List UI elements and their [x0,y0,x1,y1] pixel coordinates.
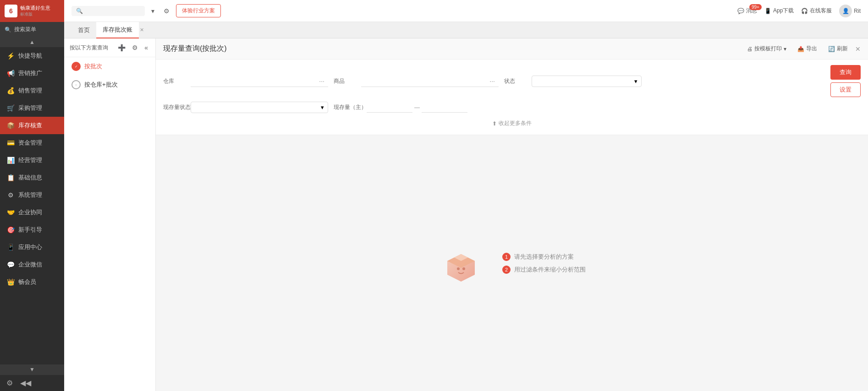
headset-icon: 🎧 [801,8,808,14]
marketing-icon: 📢 [6,69,15,77]
left-panel-actions: ➕ ⚙ « [116,43,150,52]
collapse-panel-btn[interactable]: « [143,43,150,52]
left-panel-title: 按以下方案查询 [70,44,108,52]
stock-qty-max-input[interactable] [422,102,467,113]
export-btn[interactable]: 📤 导出 [794,43,821,54]
collapse-filter-label: 收起更多条件 [499,119,532,127]
stock-qty-dash: — [412,104,422,111]
sidebar-item-label: 畅会员 [18,278,36,286]
quick-nav-icon: ⚡ [6,52,15,60]
tab-home[interactable]: 首页 [71,22,96,38]
warehouse-label: 仓库 [163,77,191,85]
tab-batch[interactable]: 库存批次账 [96,22,139,38]
warehouse-input-box[interactable]: ··· [191,76,328,87]
sidebar-item-purchase[interactable]: 🛒 采购管理 [0,99,64,117]
sidebar-item-label: 系统管理 [18,191,42,199]
warehouse-input[interactable] [194,78,317,84]
close-content-btn[interactable]: ✕ [855,45,861,53]
plan-warehouse-batch-label: 按仓库+批次 [84,81,118,89]
industry-btn[interactable]: 体验行业方案 [176,4,221,17]
svg-point-4 [462,267,465,270]
empty-tip-2: 2 用过滤条件来缩小分析范围 [502,266,586,274]
sidebar-scroll-down[interactable]: ▼ [0,364,64,375]
add-plan-btn[interactable]: ➕ [116,43,127,52]
main-area: 🔍 ▾ ⚙ 体验行业方案 💬 消息 99+ 📱 App下载 🎧 在线客服 [64,0,868,391]
wechat-icon: 💬 [6,261,15,269]
right-content: 现存量查询(按批次) 🖨 按模板打印 ▾ 📤 导出 🔄 刷新 [156,38,868,391]
stock-qty-min-input[interactable] [367,102,412,113]
username-label: Rit [854,8,861,14]
messages-btn[interactable]: 💬 消息 99+ [737,7,757,15]
filter-stock-qty: 现存量（主） — [334,102,499,113]
collapse-filter-btn[interactable]: ⬆ 收起更多条件 [163,118,861,129]
plan-item-batch[interactable]: ✓ 按批次 [64,57,155,76]
stock-qty-label: 现存量（主） [334,103,367,111]
sidebar-item-wechat[interactable]: 💬 企业微信 [0,256,64,273]
purchase-icon: 🛒 [6,104,15,112]
app-download-btn[interactable]: 📱 App下载 [764,7,794,15]
sidebar-item-marketing[interactable]: 📢 营销推广 [0,65,64,82]
user-profile-btn[interactable]: 👤 Rit [839,5,861,17]
query-btn[interactable]: 查询 [830,65,861,80]
sidebar-item-apps[interactable]: 📱 应用中心 [0,239,64,256]
member-icon: 👑 [6,278,15,286]
sidebar-item-member[interactable]: 👑 畅会员 [0,273,64,291]
sidebar-item-label: 快捷导航 [18,52,42,60]
tab-batch-label: 库存批次账 [103,26,132,34]
sidebar-item-inventory[interactable]: 📦 库存核查 [0,117,64,134]
left-panel: 按以下方案查询 ➕ ⚙ « ✓ 按批次 ○ 按仓库+批次 [64,38,156,391]
basics-icon: 📋 [6,174,15,182]
newbie-icon: 🎯 [6,226,15,234]
sidebar-header: 6 畅康通好生意 标准版 [0,0,64,22]
sidebar-item-newbie[interactable]: 🎯 新手引导 [0,221,64,239]
sidebar-item-sales[interactable]: 💰 销售管理 [0,82,64,99]
refresh-icon: 🔄 [828,46,835,52]
topbar-left: 🔍 ▾ ⚙ 体验行业方案 [71,4,732,17]
stock-status-arrow: ▾ [321,104,324,111]
right-header: 现存量查询(按批次) 🖨 按模板打印 ▾ 📤 导出 🔄 刷新 [156,38,868,60]
sidebar-item-operations[interactable]: 📊 经营管理 [0,152,64,169]
stock-status-select[interactable]: ▾ [191,102,328,113]
product-input[interactable] [365,78,488,84]
filter-product: 商品 ··· [334,76,499,87]
search-icon: 🔍 [76,8,83,14]
product-label: 商品 [334,77,361,85]
plan-item-warehouse-batch[interactable]: ○ 按仓库+批次 [64,76,155,94]
tab-batch-close[interactable]: ✕ [139,27,145,33]
online-service-btn[interactable]: 🎧 在线客服 [801,7,832,15]
sidebar-item-basics[interactable]: 📋 基础信息 [0,169,64,186]
system-icon: ⚙ [6,191,15,199]
dropdown-btn[interactable]: ▾ [148,5,157,16]
sidebar-item-system[interactable]: ⚙ 系统管理 [0,186,64,204]
message-icon: 💬 [737,8,744,14]
settings-btn[interactable]: ⚙ [161,5,172,16]
settings-footer-btn[interactable]: ⚙ [6,379,13,387]
sidebar-search[interactable]: 🔍 搜索菜单 [0,22,64,37]
svg-point-3 [457,267,460,270]
sidebar-item-finance[interactable]: 💳 资金管理 [0,134,64,152]
print-btn[interactable]: 🖨 按模板打印 ▾ [743,43,790,54]
warehouse-more-icon[interactable]: ··· [319,77,324,85]
sidebar-item-label: 新手引导 [18,226,42,234]
status-select[interactable]: ▾ [532,76,642,87]
collapse-sidebar-btn[interactable]: ◀◀ [20,379,31,387]
app-logo: 6 [5,5,17,17]
manage-plan-btn[interactable]: ⚙ [130,43,140,52]
refresh-btn[interactable]: 🔄 刷新 [824,43,852,54]
left-panel-header: 按以下方案查询 ➕ ⚙ « [64,38,155,57]
product-more-icon[interactable]: ··· [489,77,495,85]
print-dropdown-icon: ▾ [784,46,786,52]
settings-btn[interactable]: 设置 [830,82,861,97]
search-icon: 🔍 [5,27,11,33]
export-icon: 📤 [797,46,804,52]
topbar-search-box[interactable]: 🔍 [71,6,145,16]
sidebar-item-enterprise[interactable]: 🤝 企业协同 [0,204,64,221]
product-input-box[interactable]: ··· [361,76,499,87]
sidebar-scroll-up[interactable]: ▲ [0,37,64,47]
enterprise-icon: 🤝 [6,208,15,217]
sidebar: 6 畅康通好生意 标准版 🔍 搜索菜单 ▲ ⚡ 快捷导航 📢 营销推广 💰 销售… [0,0,64,391]
sidebar-item-quick-nav[interactable]: ⚡ 快捷导航 [0,47,64,65]
empty-tips: 1 请先选择要分析的方案 2 用过滤条件来缩小分析范围 [502,253,586,274]
sidebar-nav: ⚡ 快捷导航 📢 营销推广 💰 销售管理 🛒 采购管理 📦 库存核查 💳 资金管… [0,47,64,364]
tip-text-1: 请先选择要分析的方案 [514,253,574,261]
